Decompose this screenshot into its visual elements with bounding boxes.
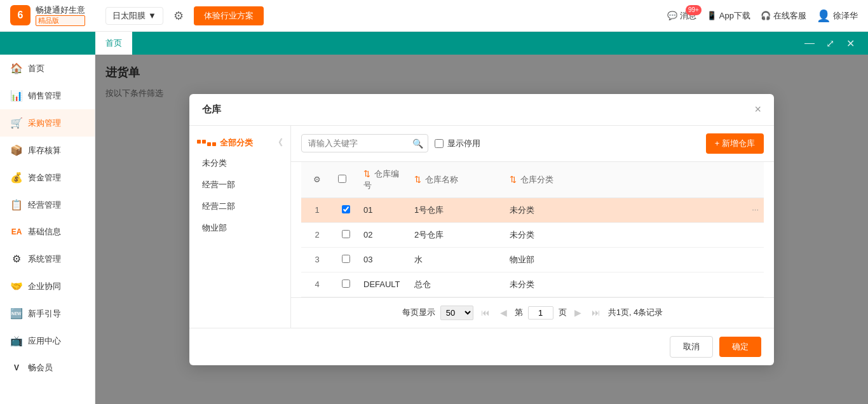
settings-button[interactable]: ⚙ <box>168 6 189 26</box>
system-icon: ⚙ <box>10 253 23 265</box>
confirm-button[interactable]: 确定 <box>719 337 761 357</box>
sidebar-item-app-center[interactable]: 📺 应用中心 <box>0 327 95 354</box>
customer-service-button[interactable]: 🎧 在线客服 <box>761 10 806 22</box>
basic-info-icon: EA <box>10 227 23 236</box>
row-index: 2 <box>301 222 333 247</box>
chevron-down-icon: ▼ <box>148 11 156 20</box>
show-disabled-checkbox[interactable] <box>435 139 444 148</box>
sidebar-item-home[interactable]: 🏠 首页 <box>0 55 95 82</box>
row-name: 总仓 <box>409 272 505 297</box>
sidebar-item-guide[interactable]: 🆕 新手引导 <box>0 300 95 327</box>
last-page-button[interactable]: ⏭ <box>589 306 603 319</box>
first-page-button[interactable]: ⏮ <box>478 306 492 319</box>
nav-tab-home[interactable]: 首页 <box>95 32 132 55</box>
table-row[interactable]: 1 01 1号仓库 未分类 ··· <box>301 198 764 222</box>
enterprise-icon: 🤝 <box>10 280 23 292</box>
modal-overlay: 仓库 × 全部分类 <box>95 55 868 404</box>
message-icon: 💬 <box>667 11 677 20</box>
prev-page-button[interactable]: ◀ <box>498 306 510 319</box>
category-item-property[interactable]: 物业部 <box>189 217 290 239</box>
sidebar-item-enterprise[interactable]: 🤝 企业协同 <box>0 273 95 300</box>
header-right: 💬 消息 99+ 📱 App下载 🎧 在线客服 👤 徐泽华 <box>667 9 858 23</box>
sidebar-item-inventory[interactable]: 📦 库存核算 <box>0 137 95 164</box>
sort-icon-category: ⇅ <box>510 175 517 184</box>
row-checkbox[interactable] <box>342 230 350 238</box>
col-category: ⇅ 仓库分类 <box>505 162 764 198</box>
app-download-button[interactable]: 📱 App下载 <box>707 10 750 22</box>
row-checkbox[interactable] <box>342 279 350 288</box>
row-index: 1 <box>301 198 333 222</box>
select-all-checkbox[interactable] <box>338 175 346 183</box>
sidebar-item-vip[interactable]: V 畅会员 <box>0 354 95 381</box>
add-warehouse-button[interactable]: + 新增仓库 <box>706 133 764 154</box>
category-item-unclassified[interactable]: 未分类 <box>189 152 290 174</box>
maximize-button[interactable]: ⤢ <box>822 36 837 51</box>
header-center: 日太阳膜 ▼ ⚙ 体验行业方案 <box>105 6 667 26</box>
table-wrap: ⚙ ⇅ 仓库编号 ⇅ 仓库名称 <box>291 162 774 297</box>
sidebar-item-finance[interactable]: 💰 资金管理 <box>0 164 95 191</box>
category-dots-icon <box>197 140 216 146</box>
table-row[interactable]: 3 03 水 物业部 <box>301 247 764 272</box>
row-name: 水 <box>409 247 505 272</box>
row-checkbox[interactable] <box>342 255 350 263</box>
sidebar-item-basic-info[interactable]: EA 基础信息 <box>0 219 95 245</box>
sidebar-item-purchase[interactable]: 🛒 采购管理 <box>0 109 95 137</box>
sidebar-item-sales[interactable]: 📊 销售管理 <box>0 82 95 109</box>
category-panel: 全部分类 《 未分类 经营一部 经营二部 <box>189 126 291 328</box>
page-content: 进货单 按以下条件筛选 仓库 × <box>95 55 868 404</box>
nav-right-controls: — ⤢ ✕ <box>802 36 868 51</box>
close-button[interactable]: ✕ <box>843 36 858 51</box>
sidebar-item-operations[interactable]: 📋 经营管理 <box>0 191 95 219</box>
row-checkbox-cell[interactable] <box>333 272 358 297</box>
dialog-close-button[interactable]: × <box>754 103 761 116</box>
brand-badge: 精品版 <box>36 15 85 26</box>
trial-button[interactable]: 体验行业方案 <box>194 6 264 25</box>
row-category: 未分类 <box>505 222 764 247</box>
per-page-select[interactable]: 50 20 100 <box>440 306 473 320</box>
purchase-icon: 🛒 <box>10 117 23 129</box>
row-index: 3 <box>301 247 333 272</box>
guide-icon: 🆕 <box>10 307 23 320</box>
row-actions[interactable]: ··· <box>752 205 759 214</box>
cancel-button[interactable]: 取消 <box>670 336 713 358</box>
row-index: 4 <box>301 272 333 297</box>
row-checkbox[interactable] <box>342 205 350 213</box>
search-input-wrap: 🔍 <box>301 134 428 152</box>
app-center-icon: 📺 <box>10 335 23 347</box>
inventory-icon: 📦 <box>10 144 23 156</box>
collapse-category-button[interactable]: 《 <box>274 137 283 149</box>
main-layout: 🏠 首页 📊 销售管理 🛒 采购管理 📦 库存核算 💰 资金管理 📋 经营管理 … <box>0 55 868 404</box>
operations-icon: 📋 <box>10 199 23 211</box>
category-item-dept1[interactable]: 经营一部 <box>189 174 290 196</box>
table-row[interactable]: 2 02 2号仓库 未分类 <box>301 222 764 247</box>
service-label: 在线客服 <box>773 10 806 22</box>
pagination-bar: 每页显示 50 20 100 ⏮ ◀ 第 页 ▶ <box>291 297 774 328</box>
show-disabled-label: 显示停用 <box>447 138 480 149</box>
user-menu[interactable]: 👤 徐泽华 <box>817 9 858 23</box>
category-item-dept2[interactable]: 经营二部 <box>189 196 290 217</box>
row-checkbox-cell[interactable] <box>333 222 358 247</box>
minimize-button[interactable]: — <box>802 36 817 51</box>
row-checkbox-cell[interactable] <box>333 198 358 222</box>
search-icon: 🔍 <box>412 138 423 149</box>
store-selector[interactable]: 日太阳膜 ▼ <box>105 7 163 25</box>
row-code: 02 <box>358 222 409 247</box>
row-category: 未分类 <box>505 272 764 297</box>
page-label: 第 <box>515 307 523 318</box>
sort-icon-name: ⇅ <box>414 175 421 184</box>
page-number-input[interactable] <box>528 306 553 320</box>
table-row[interactable]: 4 DEFAULT 总仓 未分类 <box>301 272 764 297</box>
sidebar-item-system[interactable]: ⚙ 系统管理 <box>0 245 95 273</box>
page-suffix: 页 <box>559 307 567 318</box>
next-page-button[interactable]: ▶ <box>572 306 584 319</box>
search-input[interactable] <box>301 134 428 152</box>
col-checkbox <box>333 162 358 198</box>
message-button[interactable]: 💬 消息 99+ <box>667 10 696 22</box>
row-code: DEFAULT <box>358 272 409 297</box>
per-page-label: 每页显示 <box>402 307 435 318</box>
vip-icon: V <box>10 363 23 372</box>
all-category-header[interactable]: 全部分类 《 <box>189 133 290 152</box>
row-checkbox-cell[interactable] <box>333 247 358 272</box>
user-name: 徐泽华 <box>833 10 858 22</box>
logo-area: 6 畅捷通好生意 精品版 <box>10 5 105 27</box>
